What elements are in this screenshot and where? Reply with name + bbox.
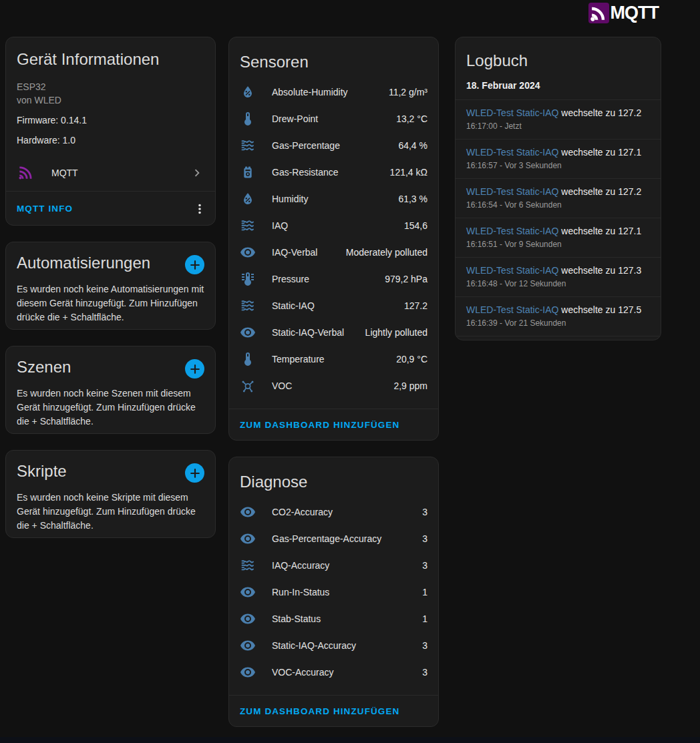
scripts-card: Skripte Es wurden noch keine Skripte mit… [5, 450, 216, 538]
thermometer-icon [240, 351, 256, 367]
sensor-value: Moderately polluted [339, 247, 427, 258]
sensor-value: 979,2 hPa [378, 274, 427, 284]
entity-link[interactable]: WLED-Test Static-IAQ [466, 265, 558, 276]
logbook-entry[interactable]: WLED-Test Static-IAQ wechselte zu 127.3 … [456, 257, 661, 296]
diagnostics-card: Diagnose CO2-Accuracy 3 Gas-Percentage-A… [228, 457, 439, 727]
sensor-value: 154,6 [397, 220, 427, 231]
molecule-icon [240, 378, 256, 394]
sensor-row[interactable]: Pressure 979,2 hPa [229, 266, 438, 292]
water-percent-icon [240, 191, 256, 207]
add-scene-button[interactable] [185, 359, 204, 379]
diagnostic-row[interactable]: CO2-Accuracy 3 [229, 499, 438, 525]
sensor-value: 121,4 kΩ [383, 167, 427, 178]
sensor-row[interactable]: IAQ 154,6 [229, 212, 438, 239]
water-percent-icon [240, 84, 256, 100]
mqtt-info-button[interactable]: MQTT INFO [17, 204, 73, 214]
add-script-button[interactable] [185, 463, 204, 483]
air-filter-icon [240, 218, 256, 234]
logbook-entry-time: 16:16:48 - Vor 12 Sekunden [466, 278, 650, 290]
sensor-row[interactable]: VOC 2,9 ppm [229, 373, 438, 399]
sensor-row[interactable]: IAQ-Verbal Moderately polluted [229, 239, 438, 266]
sensor-row[interactable]: Absolute-Humidity 11,2 g/m³ [229, 79, 438, 105]
sensors-title: Sensoren [229, 37, 438, 79]
thermometer-lines-icon [240, 271, 256, 287]
sensor-row[interactable]: Temperature 20,9 °C [229, 346, 438, 373]
diagnostic-label: IAQ-Accuracy [272, 560, 329, 571]
eye-icon [240, 664, 256, 680]
sensor-row[interactable]: Static-IAQ-Verbal Lightly polluted [229, 319, 438, 346]
eye-icon [240, 244, 256, 260]
diagnostic-row[interactable]: Stab-Status 1 [229, 605, 438, 632]
logbook-entry[interactable]: WLED-Test Static-IAQ wechselte zu 127.5 … [456, 296, 661, 336]
diagnostic-row[interactable]: Run-In-Status 1 [229, 579, 438, 605]
logbook-entry-action: wechselte zu 127.2 [558, 186, 641, 197]
device-model: ESP32 [17, 80, 204, 93]
diagnostics-list: CO2-Accuracy 3 Gas-Percentage-Accuracy 3… [229, 499, 438, 695]
entity-link[interactable]: WLED-Test Static-IAQ [466, 107, 558, 118]
logbook-entry[interactable]: WLED-Test Static-IAQ wechselte zu [456, 336, 661, 340]
eye-icon [240, 638, 256, 654]
diagnostic-value: 1 [415, 587, 427, 597]
diagnostics-add-to-dashboard-button[interactable]: ZUM DASHBOARD HINZUFÜGEN [240, 706, 399, 716]
sensor-row[interactable]: Humidity 61,3 % [229, 186, 438, 212]
diagnostic-label: Static-IAQ-Accuracy [272, 640, 356, 651]
logbook-entry-message: WLED-Test Static-IAQ wechselte zu 127.2 [466, 185, 650, 198]
automations-title: Automatisierungen [17, 253, 150, 273]
device-manufacturer: von WLED [17, 93, 204, 107]
entity-link[interactable]: WLED-Test Static-IAQ [466, 226, 558, 236]
chevron-right-icon [190, 166, 204, 180]
diagnostic-row[interactable]: Gas-Percentage-Accuracy 3 [229, 525, 438, 552]
diagnostic-value: 3 [415, 533, 427, 544]
scenes-empty-text: Es wurden noch keine Szenen mit diesem G… [17, 387, 204, 429]
automations-empty-text: Es wurden noch keine Automatisierungen m… [17, 282, 204, 324]
logbook-entry[interactable]: WLED-Test Static-IAQ wechselte zu 127.2 … [456, 99, 661, 139]
add-automation-button[interactable] [185, 255, 204, 274]
diagnostic-label: CO2-Accuracy [272, 507, 333, 517]
entity-link[interactable]: WLED-Test Static-IAQ [466, 186, 558, 197]
mqtt-logo-text: MQTT [610, 3, 659, 23]
eye-icon [240, 584, 256, 600]
logbook-entry-time: 16:17:00 - Jetzt [466, 121, 650, 132]
logbook-entry-action: wechselte zu 127.3 [558, 265, 641, 276]
logbook-entry-action: wechselte zu 127.1 [558, 226, 641, 236]
sensor-label: Gas-Resistance [272, 167, 339, 178]
gas-meter-icon [240, 164, 256, 180]
thermometer-icon [240, 111, 256, 127]
sensor-label: IAQ [272, 220, 288, 231]
sensor-value: Lightly polluted [359, 327, 427, 338]
sensor-row[interactable]: Gas-Percentage 64,4 % [229, 132, 438, 159]
logbook-entry[interactable]: WLED-Test Static-IAQ wechselte zu 127.1 … [456, 139, 661, 178]
sensor-value: 2,9 ppm [387, 381, 427, 391]
bottom-bar [0, 737, 700, 743]
diagnostic-label: Run-In-Status [272, 587, 329, 597]
air-filter-icon [240, 298, 256, 314]
sensor-value: 61,3 % [391, 194, 427, 204]
eye-icon [240, 531, 256, 547]
integration-row-mqtt[interactable]: MQTT [17, 164, 204, 182]
diagnostic-row[interactable]: IAQ-Accuracy 3 [229, 552, 438, 579]
mqtt-arcs-icon [17, 164, 34, 182]
sensor-label: Drew-Point [272, 113, 318, 124]
sensor-label: Gas-Percentage [272, 140, 340, 151]
logbook-entry-message: WLED-Test Static-IAQ wechselte zu 127.2 [466, 106, 650, 119]
sensors-list: Absolute-Humidity 11,2 g/m³ Drew-Point 1… [229, 79, 438, 409]
logbook-entry[interactable]: WLED-Test Static-IAQ wechselte zu 127.2 … [456, 178, 661, 218]
diagnostic-row[interactable]: VOC-Accuracy 3 [229, 659, 438, 686]
device-card-title: Gerät Informationen [17, 49, 204, 69]
sensor-row[interactable]: Gas-Resistance 121,4 kΩ [229, 159, 438, 186]
sensors-add-to-dashboard-button[interactable]: ZUM DASHBOARD HINZUFÜGEN [240, 420, 399, 430]
sensor-value: 64,4 % [391, 140, 427, 151]
device-hardware: Hardware: 1.0 [17, 134, 204, 147]
entity-link[interactable]: WLED-Test Static-IAQ [466, 304, 558, 315]
diagnostic-row[interactable]: Static-IAQ-Accuracy 3 [229, 632, 438, 659]
air-filter-icon [240, 138, 256, 154]
entity-link[interactable]: WLED-Test Static-IAQ [466, 147, 558, 158]
logbook-entry-time: 16:16:57 - Vor 3 Sekunden [466, 160, 650, 172]
logbook-entry-action: wechselte zu 127.5 [558, 304, 641, 315]
dots-vertical-icon[interactable] [191, 200, 208, 218]
sensor-row[interactable]: Static-IAQ 127.2 [229, 292, 438, 319]
sensor-value: 127.2 [397, 300, 427, 311]
sensor-label: IAQ-Verbal [272, 247, 317, 258]
logbook-entry[interactable]: WLED-Test Static-IAQ wechselte zu 127.1 … [456, 218, 661, 257]
sensor-row[interactable]: Drew-Point 13,2 °C [229, 105, 438, 132]
